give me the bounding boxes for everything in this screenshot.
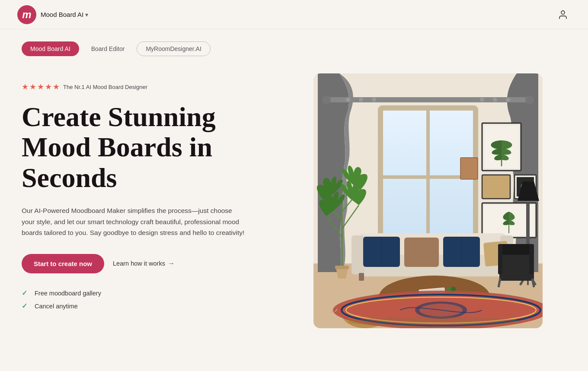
svg-rect-67: [529, 244, 534, 274]
learn-how-button[interactable]: Learn how it works →: [113, 260, 175, 267]
header: m Mood Board AI ▾: [0, 0, 588, 29]
tagline-text: The Nr.1 AI Mood Board Designer: [63, 84, 147, 90]
chevron-down-icon: ▾: [85, 11, 88, 18]
star-3: ★: [37, 82, 44, 92]
hero-room-image: [313, 73, 543, 328]
user-account-button[interactable]: [555, 7, 571, 22]
heading-line3: Seconds: [22, 162, 117, 193]
left-column: ★ ★ ★ ★ ★ The Nr.1 AI Mood Board Designe…: [22, 73, 272, 311]
svg-point-11: [346, 98, 350, 102]
nav-brand-button[interactable]: Mood Board AI ▾: [41, 11, 88, 18]
feature-item-2: ✓ Cancel anytime: [22, 302, 272, 311]
svg-rect-44: [335, 266, 349, 269]
svg-point-12: [359, 98, 363, 102]
svg-rect-27: [460, 158, 478, 179]
svg-rect-64: [499, 251, 534, 281]
feature-label-1: Free moodboard gallery: [35, 290, 101, 297]
star-5: ★: [53, 82, 60, 92]
feature-label-2: Cancel anytime: [35, 303, 78, 310]
star-2: ★: [29, 82, 36, 92]
right-column: [290, 73, 566, 328]
description-text: Our AI-Powered Moodboard Maker simplifie…: [22, 205, 246, 238]
tab-board-editor[interactable]: Board Editor: [83, 41, 134, 56]
check-icon-2: ✓: [22, 302, 30, 311]
feature-item-1: ✓ Free moodboard gallery: [22, 289, 272, 298]
user-icon-container[interactable]: [555, 7, 571, 22]
heading-line1: Create Stunning: [22, 101, 216, 132]
svg-point-14: [480, 98, 484, 102]
svg-point-0: [561, 11, 565, 14]
features-list: ✓ Free moodboard gallery ✓ Cancel anytim…: [22, 289, 272, 311]
svg-rect-20: [482, 175, 510, 199]
header-left: m Mood Board AI ▾: [17, 5, 88, 24]
svg-point-10: [525, 95, 534, 104]
rating-row: ★ ★ ★ ★ ★ The Nr.1 AI Mood Board Designe…: [22, 82, 272, 92]
logo-icon[interactable]: m: [17, 5, 36, 24]
svg-point-79: [348, 317, 521, 327]
room-scene-svg: [313, 73, 543, 328]
svg-point-15: [493, 98, 497, 102]
svg-rect-65: [499, 244, 534, 255]
star-1: ★: [22, 82, 29, 92]
svg-rect-36: [359, 273, 364, 281]
check-icon-1: ✓: [22, 289, 30, 298]
svg-rect-8: [326, 97, 530, 102]
learn-how-label: Learn how it works: [113, 260, 165, 267]
svg-point-16: [506, 98, 510, 102]
svg-rect-34: [352, 235, 364, 274]
svg-point-13: [372, 98, 376, 102]
tab-myroom-designer[interactable]: MyRoomDesigner.AI: [137, 41, 210, 56]
brand-name-label: Mood Board AI: [41, 11, 83, 18]
svg-rect-40: [404, 238, 439, 267]
start-create-button[interactable]: Start to create now: [22, 254, 104, 273]
user-icon: [558, 10, 568, 20]
tab-mood-board-ai[interactable]: Mood Board AI: [22, 41, 79, 56]
star-rating: ★ ★ ★ ★ ★: [22, 82, 60, 92]
tabs-container: Mood Board AI Board Editor MyRoomDesigne…: [22, 41, 566, 56]
svg-point-9: [322, 95, 331, 104]
main-heading: Create Stunning Mood Boards in Seconds: [22, 102, 272, 193]
svg-rect-66: [498, 244, 502, 274]
tabs-section: Mood Board AI Board Editor MyRoomDesigne…: [0, 29, 588, 56]
arrow-right-icon: →: [168, 260, 175, 267]
star-4: ★: [45, 82, 52, 92]
main-content: ★ ★ ★ ★ ★ The Nr.1 AI Mood Board Designe…: [0, 56, 588, 346]
cta-row: Start to create now Learn how it works →: [22, 254, 272, 273]
heading-line2: Mood Boards in: [22, 132, 212, 162]
